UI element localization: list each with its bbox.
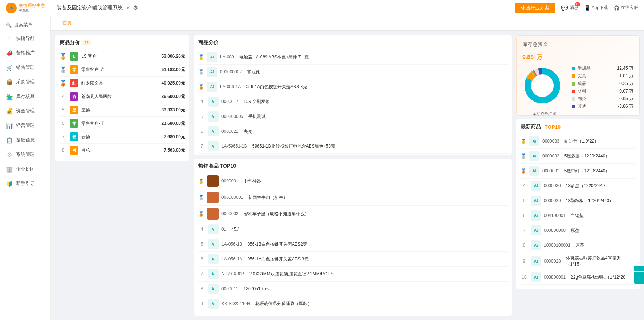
cs-live-button[interactable]: 直播	[634, 278, 644, 284]
product-code: 0000029	[544, 198, 561, 203]
sidebar-item-mkt[interactable]: 📣 营销推广	[0, 46, 50, 60]
sidebar-item-guide[interactable]: 🔰 新手引导	[0, 176, 50, 191]
cart-icon: 🛒	[6, 64, 13, 71]
legend-item: 材料 0.07 万	[572, 88, 633, 94]
product-name: 10S 变刷罗浆	[244, 99, 508, 105]
gold-medal-icon: 🥇	[198, 179, 204, 184]
legend-dot	[572, 105, 575, 108]
hot-products-card: 热销商品 TOP10 🥇 0000001 中华神器 🥈 000500001 新西…	[194, 159, 512, 316]
customer-value: 51,183.00元	[162, 67, 185, 73]
cs-community-button[interactable]: 服务社区	[634, 272, 644, 278]
hot-goods-item: 🥇 Ai LA-089 电池盖 LA-089 ABS本色+黑种 7.1克	[198, 50, 508, 65]
sidebar-item-purchase[interactable]: 📦 采购管理	[0, 75, 50, 89]
trial-button[interactable]: 体验行业方案	[515, 3, 555, 13]
product-name: 电池盖 LA-089 ABS本色+黑种 7.1克	[239, 54, 508, 60]
search-menu[interactable]: 🔍 搜索菜单	[0, 19, 50, 31]
product-icon: Ai	[531, 272, 541, 282]
hot-goods-title: 商品分价	[198, 40, 508, 46]
hot-goods-item: 4 Ai 0000017 10S 变刷罗浆	[198, 94, 508, 109]
customer-ranking-title: 商品分价 22	[60, 40, 185, 46]
chevron-down-icon: ▼	[126, 5, 130, 11]
legend-name: 成品	[578, 81, 617, 87]
legend-name: 材料	[578, 88, 617, 94]
sidebar-item-sys[interactable]: ⚙ 系统管理	[0, 147, 50, 162]
silver-medal-icon: 🥈	[521, 153, 526, 159]
mid-panel: 商品分价 🥇 Ai LA-089 电池盖 LA-089 ABS本色+黑种 7.1…	[194, 35, 512, 316]
customer-name: 零售客户-于	[81, 120, 159, 127]
rank-number: 6	[198, 129, 205, 134]
product-code: LA-056-1B	[221, 242, 242, 247]
building-icon: 🏢	[6, 165, 13, 173]
product-name: 花语萌值温分腿睡袋（厚款）	[255, 301, 508, 307]
clipboard-icon: 📋	[6, 136, 13, 144]
sidebar: 🔍 搜索菜单 ⌂ 快捷导航 📣 营销推广 🛒 销售管理 📦 采购管理 🏪 库存核…	[0, 16, 51, 320]
sidebar-item-finance[interactable]: 💰 资金管理	[0, 104, 50, 118]
product-code: 10000100001	[544, 243, 570, 248]
messages-button[interactable]: 💬 消息 6	[561, 4, 578, 11]
sidebar-item-sale[interactable]: 🛒 销售管理	[0, 60, 50, 75]
bronze-medal-icon: 🥉	[60, 80, 67, 87]
customer-value: 7,563.00元	[164, 147, 185, 153]
new-product-item: 7 Ai 000800008 原垄	[521, 223, 635, 238]
legend-value: -0.05 万	[618, 96, 633, 102]
system-selector[interactable]: 装备及固定资产辅助管理系统 ▼ ⚙	[57, 4, 515, 11]
hot-product-item: 4 Ai 01 45#	[198, 222, 508, 237]
customer-value: 53,006.26元	[162, 53, 185, 60]
product-code: 000500001	[221, 195, 243, 200]
new-product-item: 6 Ai 004100001 白钢垫	[521, 208, 635, 223]
home-icon: ⌂	[6, 35, 13, 42]
hot-product-item: 5 Ai LA-056-1B 056-1B白色按键开关壳ABS2壳	[198, 237, 508, 252]
new-product-item: 4 Ai 0000030 18多层（1220*2440）	[521, 179, 635, 193]
rank-number: 7	[521, 228, 528, 233]
legend-item: 半成品 12.45 万	[572, 65, 633, 71]
legend-value: -3.86 万	[618, 103, 633, 110]
rank-item: 8 肖 肖总 7,563.00元	[60, 144, 185, 157]
product-name: 5厘多层（1220*2440）	[564, 153, 635, 159]
logo-text: 畅捷通好生意 标准版	[19, 3, 45, 13]
sidebar-item-base[interactable]: 📋 基础信息	[0, 133, 50, 147]
new-products-title: 最新商品 TOP10	[521, 124, 635, 130]
rank-number: 9	[521, 259, 528, 264]
inventory-card: 库存总资金 9.88 万 库存资金占比	[516, 35, 640, 116]
box-icon: 📦	[6, 78, 13, 86]
inventory-title: 库存总资金	[522, 41, 633, 48]
product-code: LA-056-1A	[221, 257, 242, 262]
sidebar-item-stock[interactable]: 🏪 库存核算	[0, 89, 50, 104]
product-icon: Ai	[531, 256, 541, 266]
product-code: 004100001	[544, 213, 566, 218]
right-panel: 库存总资金 9.88 万 库存资金占比	[516, 35, 640, 316]
product-code: 000800008	[544, 228, 566, 233]
cs-hotline-button[interactable]: 客服热线	[634, 266, 644, 271]
app-download-button[interactable]: 📱 App下载	[584, 5, 608, 11]
sidebar-item-home[interactable]: ⌂ 快捷导航	[0, 31, 50, 46]
product-code: 0000017	[221, 99, 239, 104]
silver-medal-icon: 🥈	[60, 66, 67, 73]
gold-medal-icon: 🥇	[521, 139, 526, 144]
rank-number: 7	[198, 271, 205, 276]
rank-number: 5	[198, 242, 205, 247]
product-name: 手机测试	[248, 114, 508, 120]
product-icon: Ai	[529, 136, 539, 146]
sidebar-item-corp[interactable]: 🏢 企业协同	[0, 162, 50, 176]
product-icon: Ai	[208, 141, 219, 151]
customer-rank-list: 🥇 L LS 客户 53,006.26元 🥈 零 零售客户-许 51,183.0…	[60, 50, 185, 157]
legend: 半成品 12.45 万 文具 1.01 万 成品 0.25 万 材料 0.07 …	[572, 65, 633, 110]
sidebar-item-ops[interactable]: 📊 经营管理	[0, 118, 50, 133]
header-actions: 体验行业方案 💬 消息 6 📱 App下载 🎧 在线客服	[515, 3, 638, 13]
rank-number: 7	[198, 144, 205, 149]
rank-number: 5	[198, 114, 205, 119]
product-code: 0000011	[221, 286, 239, 291]
product-name: 056-1A白色按键开关盖ABS 3壳	[246, 84, 508, 90]
product-name: 18多层（1220*2440）	[566, 183, 635, 189]
settings-icon: ⚙	[6, 151, 13, 158]
avatar: 肖	[70, 146, 78, 155]
product-code: NB2.0X30B	[221, 271, 244, 276]
product-code: LA-59651-1B	[221, 144, 247, 149]
new-product-item: 9 Ai 0000028 体碗荔枝味苏打饮品400毫升（1*15）	[521, 253, 635, 270]
online-service-button[interactable]: 🎧 在线客服	[614, 5, 638, 11]
legend-name: 半成品	[578, 65, 615, 71]
legend-dot	[572, 82, 575, 86]
rank-number: 8	[521, 243, 528, 248]
gear-icon[interactable]: ⚙	[133, 4, 138, 11]
tab-home[interactable]: 首页	[57, 16, 78, 30]
